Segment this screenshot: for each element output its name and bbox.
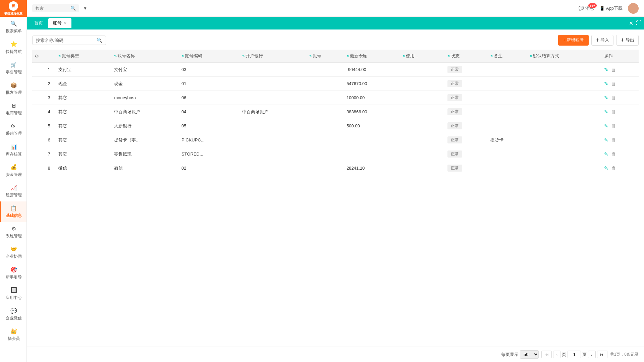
row-num-3: 4 <box>42 105 56 119</box>
col-balance[interactable]: ⇅最新余额 <box>344 50 399 63</box>
delete-button-2[interactable]: 🗑 <box>611 95 616 101</box>
topbar-search-input[interactable] <box>36 6 70 11</box>
edit-button-1[interactable]: ✎ <box>604 81 608 87</box>
edit-button-0[interactable]: ✎ <box>604 67 608 73</box>
row-balance-2: 10000.00 <box>344 91 399 105</box>
sidebar-label-purchase-manage: 采购管理 <box>6 131 22 136</box>
edit-button-2[interactable]: ✎ <box>604 95 608 101</box>
topbar-messages[interactable]: 💬 消息 99+ <box>579 5 594 11</box>
edit-button-7[interactable]: ✎ <box>604 165 608 171</box>
sidebar-icon-search-menu: 🔍 <box>10 20 17 27</box>
sidebar-item-app-center[interactable]: 🔲应用中心 <box>0 283 26 304</box>
tab-maximize-icon[interactable]: ⛶ <box>636 20 641 26</box>
search-input[interactable] <box>36 38 97 43</box>
sidebar-icon-enterprise-agreement: 🤝 <box>10 246 17 253</box>
col-account-name[interactable]: ⇅账号名称 <box>111 50 179 63</box>
topbar-dropdown[interactable]: ▼ <box>83 6 87 11</box>
topbar-search[interactable]: 🔍 <box>32 4 79 12</box>
topbar-right: 💬 消息 99+ 📱 App下载 <box>579 3 639 14</box>
delete-button-5[interactable]: 🗑 <box>611 137 616 143</box>
row-code-0: 03 <box>179 63 239 77</box>
edit-button-6[interactable]: ✎ <box>604 151 608 157</box>
row-remark-7 <box>488 161 527 175</box>
sidebar-item-search-menu[interactable]: 🔍搜索菜单 <box>0 17 26 37</box>
user-avatar[interactable] <box>628 3 639 14</box>
import-button[interactable]: ⬆ 导入 <box>591 35 614 46</box>
delete-button-7[interactable]: 🗑 <box>611 165 616 171</box>
sidebar-item-system-manage[interactable]: ⚙系统管理 <box>0 222 26 242</box>
page-last-button[interactable]: ⏭ <box>597 351 607 358</box>
page-first-button[interactable]: ⏮ <box>541 351 552 358</box>
tab-label-account: 账号 <box>53 20 62 26</box>
total-info: 共1页，8条记录 <box>610 352 639 357</box>
delete-button-0[interactable]: 🗑 <box>611 67 616 72</box>
table-row: 5 其它 大新银行 05 500.00 正常 ✎ 🗑 <box>32 119 639 133</box>
page-prev-button[interactable]: ‹ <box>553 351 560 358</box>
col-account-code[interactable]: ⇅账号编码 <box>179 50 239 63</box>
tab-home[interactable]: 首页 <box>30 18 48 28</box>
tab-close-account[interactable]: ✕ <box>64 21 67 25</box>
col-settings[interactable]: ⚙ <box>32 50 42 63</box>
sidebar-item-wholesale-manage[interactable]: 📦批发管理 <box>0 78 26 99</box>
row-remark-3 <box>488 105 527 119</box>
topbar-left: 🔍 ▼ <box>32 4 87 12</box>
sidebar-item-quick-nav[interactable]: ⭐快捷导航 <box>0 37 26 58</box>
row-account-no-6 <box>307 147 344 161</box>
row-remark-6 <box>488 147 527 161</box>
sidebar-item-inventory-check[interactable]: 📊库存核算 <box>0 140 26 160</box>
col-account-type[interactable]: ⇅账号类型 <box>56 50 111 63</box>
sidebar-item-enterprise-wechat[interactable]: 💬企业微信 <box>0 304 26 324</box>
sidebar-item-finance-manage[interactable]: 💰资金管理 <box>0 160 26 181</box>
row-code-7: 02 <box>179 161 239 175</box>
sidebar-label-enterprise-agreement: 企业协同 <box>6 254 22 259</box>
sidebar-item-enterprise-agreement[interactable]: 🤝企业协同 <box>0 242 26 263</box>
row-status-2: 正常 <box>445 91 488 105</box>
delete-button-6[interactable]: 🗑 <box>611 151 616 157</box>
page-size-control[interactable]: 每页显示 50 100 200 <box>501 350 539 359</box>
sidebar-item-new-guide[interactable]: 🎯新手引导 <box>0 263 26 283</box>
col-bank[interactable]: ⇅开户银行 <box>239 50 307 63</box>
sidebar-item-vip-member[interactable]: 👑畅会员 <box>0 324 26 345</box>
delete-button-3[interactable]: 🗑 <box>611 109 616 115</box>
col-status[interactable]: ⇅状态 <box>445 50 488 63</box>
edit-button-4[interactable]: ✎ <box>604 123 608 129</box>
col-remark[interactable]: ⇅备注 <box>488 50 527 63</box>
add-account-button[interactable]: + 新增账号 <box>558 35 589 46</box>
topbar-app-download[interactable]: 📱 App下载 <box>599 5 623 11</box>
messages-badge: 99+ <box>588 3 597 8</box>
sidebar-item-purchase-manage[interactable]: 🛍采购管理 <box>0 119 26 140</box>
per-page-select[interactable]: 50 100 200 <box>520 350 539 359</box>
sidebar-item-business-manage[interactable]: 📈经营管理 <box>0 181 26 201</box>
export-button[interactable]: ⬇ 导出 <box>616 35 639 46</box>
sidebar-item-basic-info[interactable]: 📋基础信息 <box>0 201 26 222</box>
edit-button-3[interactable]: ✎ <box>604 109 608 115</box>
tab-account[interactable]: 账号✕ <box>48 18 71 28</box>
search-box[interactable]: 🔍 <box>32 36 106 45</box>
row-bank-7 <box>239 161 307 175</box>
col-usage[interactable]: ⇅使用... <box>400 50 445 63</box>
page-nav: ⏮ ‹ 页 页 › ⏭ <box>541 351 607 358</box>
sidebar-icon-purchase-manage: 🛍 <box>11 123 16 130</box>
page-next-button[interactable]: › <box>588 351 595 358</box>
tab-close-window-icon[interactable]: ✕ <box>629 20 633 26</box>
page-number-input[interactable] <box>568 351 581 358</box>
delete-button-4[interactable]: 🗑 <box>611 123 616 129</box>
row-status-5: 正常 <box>445 133 488 147</box>
row-settlement-3 <box>527 105 601 119</box>
sidebar-item-retail-manage[interactable]: 🛒零售管理 <box>0 58 26 78</box>
delete-button-1[interactable]: 🗑 <box>611 81 616 86</box>
col-default-settlement[interactable]: ⇅默认结算方式 <box>527 50 601 63</box>
status-badge-6: 正常 <box>447 150 462 158</box>
row-balance-6 <box>344 147 399 161</box>
table-row: 6 其它 提货卡（零... PICKUPC... 正常 提货卡 ✎ 🗑 <box>32 133 639 147</box>
sidebar-icon-app-center: 🔲 <box>10 287 17 294</box>
sidebar-item-ecommerce-manage[interactable]: 🖥电商管理 <box>0 99 26 119</box>
col-account-no[interactable]: ⇅账号 <box>307 50 344 63</box>
sidebar-icon-system-manage: ⚙ <box>11 225 16 233</box>
row-name-0: 支付宝 <box>111 63 179 77</box>
main-content: 🔍 + 新增账号 ⬆ 导入 ⬇ 导出 ⚙ ⇅账号类型 ⇅账号名称 ⇅账号编码 ⇅… <box>27 29 644 347</box>
status-badge-3: 正常 <box>447 108 462 115</box>
row-bank-2 <box>239 91 307 105</box>
sidebar-icon-finance-manage: 💰 <box>10 164 17 171</box>
edit-button-5[interactable]: ✎ <box>604 137 608 143</box>
